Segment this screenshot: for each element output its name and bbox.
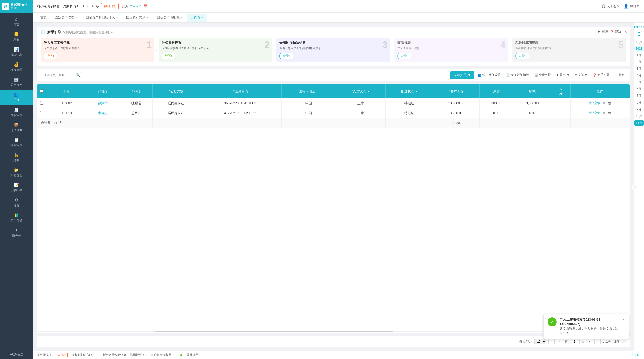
- panel-month-7[interactable]: 7月: [634, 93, 644, 99]
- row-select-checkbox-2[interactable]: [40, 111, 43, 114]
- per-page-select[interactable]: 10 20 50: [534, 339, 546, 344]
- edit-icon-1[interactable]: ✏: [603, 101, 606, 105]
- step-arrow-4: ›: [508, 38, 512, 62]
- tab-depreciation[interactable]: 固定资产折旧统计表 ×: [82, 14, 122, 22]
- sidebar-item-ledger[interactable]: 📒 总账: [0, 29, 33, 44]
- first-page-button[interactable]: «: [548, 339, 555, 344]
- sidebar-unpin-button[interactable]: ◄取消固定: [0, 350, 33, 359]
- select-all-checkbox[interactable]: [40, 89, 43, 93]
- toast-success-icon: ✓: [548, 317, 557, 326]
- panel-month-3[interactable]: 3月: [634, 66, 644, 72]
- panel-month-9[interactable]: 9月: [634, 106, 644, 113]
- step-2-button[interactable]: 设置›: [162, 53, 175, 59]
- operate-button[interactable]: ≡ 操作 ▼: [574, 72, 589, 78]
- warn-label: 温馨提示: [186, 353, 198, 357]
- guide-help-link[interactable]: ❓ 帮助: [610, 30, 621, 34]
- cell-name-1[interactable]: 徐泽华: [86, 98, 120, 108]
- page-input[interactable]: [570, 339, 580, 344]
- sidebar-item-settings[interactable]: ⚙ 设置: [0, 195, 33, 210]
- year-down-arrow[interactable]: ▼: [638, 34, 641, 38]
- panel-month-11[interactable]: 11月: [634, 120, 644, 126]
- special-deduct-button[interactable]: 📑 专项附加扣除: [505, 72, 530, 78]
- next-page-button[interactable]: ›: [587, 339, 592, 344]
- tab-close-icon[interactable]: ×: [181, 16, 183, 19]
- step-1-button[interactable]: 导入›: [44, 53, 57, 59]
- guide-step-1: 1 导入员工工资信息 人员信息及工资数据新增导入 导入›: [41, 38, 154, 62]
- tab-close-icon[interactable]: ×: [202, 16, 203, 19]
- tab-close-icon[interactable]: ×: [147, 16, 149, 19]
- toast-notification: ✓ 导入工资表模板(2023-03-23 15:07:59.897) 共 9 条…: [543, 314, 629, 339]
- tax-report-button[interactable]: 📊 个税申报: [533, 72, 552, 78]
- guide-video-link[interactable]: ▶ 视频: [598, 30, 608, 34]
- sidebar: 好 畅捷通好会计 专业版 ⌂ 首页 📒 总账 📊 报表中心 💰 资金管理 🏢 固…: [0, 0, 33, 359]
- recharge-button[interactable]: 去充值: [631, 353, 640, 357]
- step-5-button[interactable]: 查看›: [515, 53, 529, 59]
- prev-page-button[interactable]: ‹: [557, 339, 562, 344]
- cell-name-2[interactable]: 李俊杰: [86, 108, 120, 118]
- social-link-1[interactable]: 个人社保: [589, 101, 601, 105]
- year-up-arrow[interactable]: ▲: [638, 30, 641, 34]
- user-info[interactable]: 👤 徐泽华: [624, 4, 640, 9]
- switch-version-button[interactable]: 切到旧版: [101, 3, 119, 9]
- last-page-button[interactable]: »: [594, 339, 601, 344]
- delete-icon-1[interactable]: 🗑: [608, 101, 611, 105]
- panel-month-5[interactable]: 5月: [634, 79, 644, 85]
- tab-payroll[interactable]: 工资表 ×: [187, 14, 207, 22]
- delete-icon-2[interactable]: 🗑: [608, 111, 611, 115]
- step-4-button[interactable]: 查看›: [397, 53, 411, 59]
- refresh-button[interactable]: ↻ 刷新: [614, 72, 626, 78]
- sidebar-item-guide[interactable]: 🔰 新手引导: [0, 210, 33, 225]
- social-link-2[interactable]: 个人社保: [589, 111, 601, 115]
- table-row: 000010 李俊杰 总经办 居民身份证 412702198206290521 …: [37, 108, 630, 118]
- edit-icon-2[interactable]: ✏: [603, 111, 606, 115]
- panel-month-1[interactable]: 1月: [634, 52, 644, 58]
- guide-close-button[interactable]: ×: [625, 30, 627, 34]
- settings-icon[interactable]: ⚙: [96, 4, 99, 9]
- panel-month-2[interactable]: 2月: [634, 59, 644, 65]
- sidebar-item-funds[interactable]: 💰 资金管理: [0, 60, 33, 75]
- panel-collapse-button[interactable]: ›: [631, 185, 636, 189]
- expire-label: 授权到期时间：——: [72, 353, 99, 357]
- period-selector[interactable]: 账期 2023-11 📅: [122, 4, 147, 9]
- export-button[interactable]: ⬆ 导出 ▼: [555, 72, 571, 78]
- sidebar-item-reports[interactable]: 📊 报表中心: [0, 44, 33, 60]
- tab-home[interactable]: 首页: [37, 14, 50, 22]
- social-settings-button[interactable]: 👥 统一社保设置: [476, 72, 502, 78]
- tab-close-icon[interactable]: ×: [76, 16, 77, 19]
- sidebar-item-assets[interactable]: 🏢 固定资产: [0, 75, 33, 90]
- search-input[interactable]: [41, 72, 81, 78]
- tab-asset-category[interactable]: 固定资产类别 ×: [123, 14, 152, 22]
- tax-icon: 📊: [534, 73, 538, 77]
- sidebar-item-archive[interactable]: 📁 归档管理: [0, 165, 33, 180]
- panel-month-8[interactable]: 8月: [634, 99, 644, 106]
- step-3-button[interactable]: 查看›: [279, 53, 293, 59]
- tab-fixed-assets[interactable]: 固定资产管理 ×: [51, 14, 81, 22]
- row-checkbox-1[interactable]: [37, 98, 47, 108]
- add-person-button[interactable]: 添加人员 ▼: [450, 71, 474, 79]
- panel-month-12-prev[interactable]: 12月: [634, 39, 644, 45]
- sidebar-item-close[interactable]: 🔒 结账: [0, 150, 33, 165]
- cell-perf-2: 0.00: [513, 108, 552, 118]
- sidebar-item-home[interactable]: ⌂ 首页: [0, 15, 33, 29]
- account-selector[interactable]: 刘小艳演示账套（勿删勿动！）1 ▼: [37, 4, 88, 9]
- sidebar-item-invoice[interactable]: 🧾 发票管理: [0, 105, 33, 120]
- search-button[interactable]: 🔍: [76, 73, 80, 77]
- sidebar-item-reports-label: 报表中心: [10, 53, 22, 57]
- row-select-checkbox-1[interactable]: [40, 101, 43, 105]
- row-checkbox-2[interactable]: [37, 108, 47, 118]
- panel-month-10[interactable]: 10月: [634, 113, 644, 119]
- tab-close-icon[interactable]: ×: [116, 16, 118, 19]
- guide-button[interactable]: ❓ 新手引导: [591, 72, 611, 78]
- panel-month-4[interactable]: 4月: [634, 72, 644, 79]
- sidebar-item-sales[interactable]: 📦 进销台账: [0, 120, 33, 135]
- sidebar-item-vip[interactable]: ✦ 畅会员: [0, 225, 33, 240]
- add-account-button[interactable]: +: [91, 4, 94, 9]
- sidebar-item-expense[interactable]: 📝 小畅报销: [0, 180, 33, 195]
- panel-month-6[interactable]: 6月: [634, 86, 644, 92]
- sidebar-item-tax[interactable]: 📋 税务管理: [0, 135, 33, 150]
- panel-year-2023[interactable]: 2023: [634, 46, 644, 52]
- sidebar-item-payroll[interactable]: 👥 工资: [0, 90, 33, 105]
- consult-button[interactable]: 🎧 人工咨询: [601, 4, 620, 9]
- toast-close-button[interactable]: ×: [623, 317, 625, 321]
- tab-asset-detail[interactable]: 固定资产明细账 ×: [153, 14, 186, 22]
